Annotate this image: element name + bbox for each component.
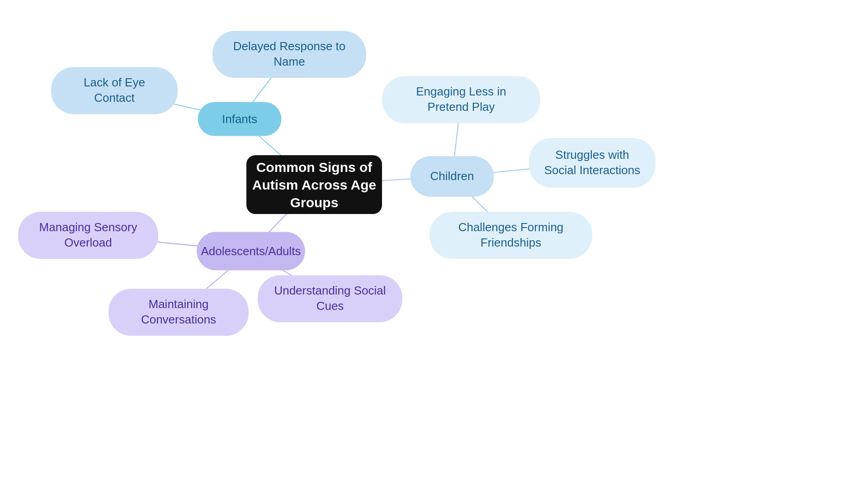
delayed-response-node[interactable]: Delayed Response to Name — [212, 31, 366, 78]
adolescents-node[interactable]: Adolescents/Adults — [197, 232, 305, 271]
understanding-social-node[interactable]: Understanding Social Cues — [258, 275, 402, 322]
challenges-friendships-node[interactable]: Challenges Forming Friendships — [429, 212, 592, 259]
children-node[interactable]: Children — [410, 156, 494, 197]
lack-eye-contact-node[interactable]: Lack of Eye Contact — [51, 67, 178, 114]
managing-sensory-node[interactable]: Managing Sensory Overload — [18, 212, 158, 259]
infants-node[interactable]: Infants — [198, 102, 282, 136]
engaging-pretend-node[interactable]: Engaging Less in Pretend Play — [382, 76, 540, 123]
center-node[interactable]: Common Signs of Autism Across Age Groups — [246, 155, 382, 214]
maintaining-conversations-node[interactable]: Maintaining Conversations — [108, 289, 249, 336]
struggles-social-node[interactable]: Struggles with Social Interactions — [529, 138, 656, 188]
